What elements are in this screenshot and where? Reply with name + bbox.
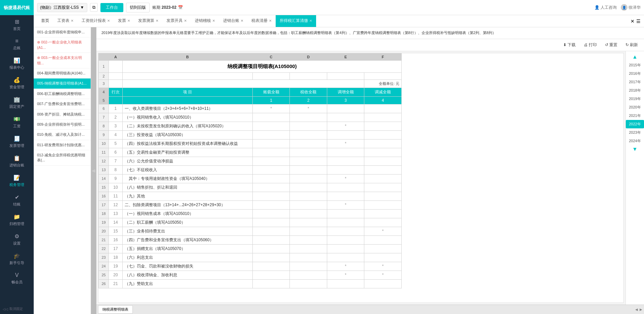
table-row: 3 全额单位: 元: [99, 80, 402, 88]
workspace-button[interactable]: 工作台: [100, 3, 123, 12]
left-panel-item-007[interactable]: 007-广告费和业务宣传费明...: [34, 99, 91, 109]
print-button[interactable]: 🖨 打印: [581, 41, 600, 49]
left-panel-item-012[interactable]: 012-减免企业所得税优惠明细表(...: [34, 150, 91, 166]
close-all-icon[interactable]: ✕: [631, 19, 635, 24]
tab-income-tax[interactable]: 所得税汇算清缴 ✕: [276, 15, 316, 27]
year-2015[interactable]: 2015年: [626, 61, 644, 69]
sidebar-item-archive[interactable]: 📁 归档管理: [0, 210, 34, 230]
year-2023[interactable]: 2023年: [626, 128, 644, 137]
topbar: (物副）江西股室-LSS ▼ ⧉ 工作台 切到旧版 账期 2023-02 📅 👤…: [34, 0, 644, 15]
left-panel-item-005[interactable]: 005-纳税调整项目明细表(A1...: [34, 78, 91, 89]
sidebar-item-reports[interactable]: 📊 报表中心: [0, 54, 34, 73]
year-up-btn[interactable]: ▲: [631, 53, 639, 61]
table-row: 24 19 （七）罚金、罚款和被没收财物的损失 * *: [99, 262, 402, 271]
sidebar-item-salary[interactable]: 💵 工资: [0, 113, 34, 132]
left-panel-item-004[interactable]: 004-期间费用明细表(A1040...: [34, 68, 91, 78]
left-panel-item-001[interactable]: 001-企业所得税年度纳税申...: [34, 27, 91, 37]
sidebar-item-settings[interactable]: ⚙ 设置: [0, 230, 34, 249]
year-2020[interactable]: 2020年: [626, 103, 644, 112]
panel-collapse-btn[interactable]: ◁: [91, 27, 96, 314]
sidebar-item-inout[interactable]: 📋 进销台账: [0, 152, 34, 171]
tab-salary[interactable]: 工资表 ✕: [53, 15, 78, 27]
left-panel-item-003[interactable]: 003-一般企业成本支出明细...: [34, 53, 91, 68]
oldver-button[interactable]: 切到旧版: [126, 3, 150, 12]
left-panel-item-009[interactable]: 009-企业所得税弥补亏损明...: [34, 120, 91, 130]
left-panel-item-002[interactable]: 002-一般企业收入明细表(A1...: [34, 37, 91, 53]
app-logo: 畅捷通易代账: [0, 0, 34, 15]
left-panel-item-010[interactable]: 010-免税、减计收入及加计...: [34, 130, 91, 140]
sidebar-item-ledger[interactable]: ≡ 总账: [0, 35, 34, 54]
year-2017[interactable]: 2017年: [626, 78, 644, 86]
refresh-button[interactable]: ↻ 刷新: [623, 41, 641, 49]
copy-button[interactable]: ⧉: [90, 3, 98, 12]
bottom-right: ◀ ▶: [635, 308, 642, 311]
scroll-left-icon[interactable]: ◀: [635, 308, 638, 311]
archive-icon: 📁: [13, 214, 20, 220]
year-2024[interactable]: 2024年: [626, 137, 644, 145]
pin-toggle[interactable]: ◁◁ 取消固定: [0, 304, 34, 314]
download-button[interactable]: ⬇ 下载: [560, 41, 578, 49]
user-info[interactable]: 👤 徐泽华: [621, 4, 641, 11]
tab-close-salary-report[interactable]: ✕: [107, 19, 110, 23]
year-down-btn[interactable]: ▼: [631, 145, 639, 153]
tab-salary-report[interactable]: 工资统计报表 ✕: [78, 15, 114, 27]
tab-close-inout-ledger[interactable]: ✕: [241, 19, 243, 23]
service-icon: 👤: [594, 5, 600, 10]
left-panel-item-006[interactable]: 006-职工薪酬纳税调整明细...: [34, 89, 91, 99]
notice-bar: 2019年度涉及取以前年度继续数据的申报表单元格需要手工维护正确，才能保证本年及…: [96, 27, 644, 39]
right-content: 2019年度涉及取以前年度继续数据的申报表单元格需要手工维护正确，才能保证本年及…: [96, 27, 644, 314]
tab-invoice-calc[interactable]: 发票测算 ✕: [134, 15, 162, 27]
tab-close-invoice-calc[interactable]: ✕: [156, 19, 158, 23]
year-2021[interactable]: 2021年: [626, 112, 644, 120]
col-header-f: F: [364, 53, 402, 60]
sidebar-item-invoice[interactable]: 🧾 发票管理: [0, 132, 34, 152]
sidebar-item-home[interactable]: ⊞ 首页: [0, 15, 34, 35]
reset-button[interactable]: ↺ 重置: [602, 41, 620, 49]
spreadsheet-area: A B C D E F 1: [96, 51, 644, 305]
sidebar-item-member[interactable]: V 畅会员: [0, 269, 34, 288]
tab-close-income-tax[interactable]: ✕: [309, 19, 312, 23]
guide-icon: 🎓: [13, 253, 20, 259]
tab-menu-icon[interactable]: ☰: [636, 19, 641, 24]
year-2022[interactable]: 2022年: [626, 120, 644, 128]
bottom-tabbar: 纳税调整明细表 ◀ ▶: [96, 305, 644, 314]
avatar: 👤: [621, 4, 627, 11]
tab-inout-ledger[interactable]: 进销台账 ✕: [219, 15, 247, 27]
scroll-right-icon[interactable]: ▶: [640, 308, 642, 311]
tab-close-invoice-issue[interactable]: ✕: [184, 19, 187, 23]
sidebar-item-close[interactable]: ✔ 结账: [0, 191, 34, 210]
table-row: 25 20 （八）税收滞纳金、加收利息 * *: [99, 271, 402, 279]
pin-icon: ◁◁: [3, 307, 8, 311]
settings-icon: ⚙: [14, 233, 19, 240]
service-link[interactable]: 👤 人工咨询: [594, 5, 617, 10]
tab-close-check[interactable]: ✕: [212, 19, 215, 23]
period-display: 账期 2023-02 📅: [152, 5, 183, 10]
tab-close-salary[interactable]: ✕: [71, 19, 73, 23]
tab-invoice[interactable]: 发票 ✕: [114, 15, 134, 27]
table-container[interactable]: A B C D E F 1: [98, 53, 624, 303]
sidebar-item-fund[interactable]: 💰 资金管理: [0, 73, 34, 93]
tab-close-invoice[interactable]: ✕: [127, 19, 130, 23]
sidebar-item-assets[interactable]: 🏢 固定资产: [0, 93, 34, 113]
sidebar-item-guide[interactable]: 🎓 新手引导: [0, 249, 34, 269]
bottom-tab-main[interactable]: 纳税调整明细表: [98, 305, 133, 314]
company-selector[interactable]: (物副）江西股室-LSS ▼: [37, 3, 87, 12]
year-2016[interactable]: 2016年: [626, 69, 644, 78]
tab-home[interactable]: 首页: [37, 15, 53, 27]
left-panel-item-008[interactable]: 008-资产折旧、摊销及纳税...: [34, 109, 91, 120]
col-header-c: C: [252, 53, 290, 60]
fund-icon: 💰: [13, 77, 20, 83]
tax-icon: 📝: [13, 175, 20, 181]
left-panel: 001-企业所得税年度纳税申... 002-一般企业收入明细表(A1... 00…: [34, 27, 91, 314]
year-2018[interactable]: 2018年: [626, 86, 644, 95]
sidebar-item-tax[interactable]: 📝 税务管理: [0, 171, 34, 191]
calendar-icon[interactable]: 📅: [178, 5, 183, 10]
tab-tax-list[interactable]: 税表清册 ✕: [247, 15, 276, 27]
tab-close-tax-list[interactable]: ✕: [269, 19, 272, 23]
reset-icon: ↺: [605, 42, 608, 47]
year-2019[interactable]: 2019年: [626, 95, 644, 103]
col-header-e: E: [327, 53, 364, 60]
tab-invoice-issue[interactable]: 发票开具 ✕: [162, 15, 191, 27]
tab-check[interactable]: 进销稽核 ✕: [191, 15, 219, 27]
left-panel-item-011[interactable]: 011-研发费用加计扣除优惠...: [34, 140, 91, 150]
